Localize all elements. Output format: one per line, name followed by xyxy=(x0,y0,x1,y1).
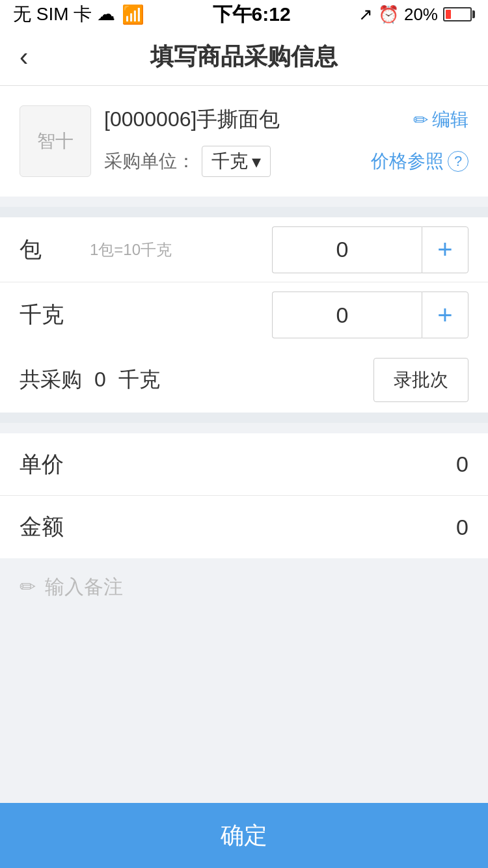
bag-input-row: 包 1包=10千克 + xyxy=(0,217,488,282)
section-divider-2 xyxy=(0,413,488,423)
unit-row: 采购单位： 千克 ▾ 价格参照 ? xyxy=(104,146,468,177)
unit-price-row: 单价 0 xyxy=(0,433,488,496)
battery-icon xyxy=(443,7,475,21)
amount-row: 金额 0 xyxy=(0,496,488,558)
unit-dropdown-icon: ▾ xyxy=(252,151,261,172)
status-left: 无 SIM 卡 ☁ 📶 xyxy=(13,2,144,27)
bag-input-wrap: + xyxy=(272,226,468,273)
section-divider-1 xyxy=(0,207,488,217)
edit-button[interactable]: ✏ 编辑 xyxy=(413,107,468,132)
confirm-button[interactable]: 确定 xyxy=(0,803,488,868)
pencil-icon: ✏ xyxy=(20,575,36,598)
kg-label: 千克 xyxy=(20,300,85,330)
unit-value: 千克 xyxy=(211,149,248,174)
edit-icon: ✏ xyxy=(413,109,428,131)
total-row: 共采购 0 千克 录批次 xyxy=(0,347,488,413)
unit-select[interactable]: 千克 ▾ xyxy=(202,146,271,177)
product-name-row: [0000006]手撕面包 ✏ 编辑 xyxy=(104,105,468,134)
battery-percent: 20% xyxy=(404,5,438,25)
price-section: 单价 0 金额 0 xyxy=(0,433,488,558)
unit-price-value: 0 xyxy=(456,452,468,477)
bag-plus-button[interactable]: + xyxy=(422,226,468,273)
bag-sublabel: 1包=10千克 xyxy=(90,239,272,260)
nav-bar: ‹ 填写商品采购信息 xyxy=(0,29,488,86)
location-icon: ↗ xyxy=(359,5,373,25)
wifi-icon: 📶 xyxy=(122,4,144,25)
edit-label: 编辑 xyxy=(432,107,468,132)
alarm-icon: ⏰ xyxy=(378,5,399,25)
amount-value: 0 xyxy=(456,515,468,540)
amount-label: 金额 xyxy=(20,512,64,542)
help-icon[interactable]: ? xyxy=(448,151,468,172)
remark-section[interactable]: ✏ 输入备注 xyxy=(0,558,488,662)
product-card: 智十 [0000006]手撕面包 ✏ 编辑 采购单位： 千克 ▾ 价格参照 ? xyxy=(0,86,488,197)
kg-input-row: 千克 + xyxy=(0,282,488,347)
total-unit: 千克 xyxy=(118,368,160,391)
product-thumbnail: 智十 xyxy=(20,105,91,177)
status-right: ↗ ⏰ 20% xyxy=(359,5,475,25)
total-summary: 共采购 0 千克 xyxy=(20,366,160,394)
product-logo: 智十 xyxy=(37,130,74,152)
total-label: 共采购 xyxy=(20,368,82,391)
record-batch-button[interactable]: 录批次 xyxy=(373,358,468,402)
kg-input-wrap: + xyxy=(272,292,468,338)
unit-label: 采购单位： xyxy=(104,149,195,174)
price-ref-button[interactable]: 价格参照 xyxy=(371,149,444,174)
remark-placeholder: 输入备注 xyxy=(45,574,123,601)
status-time: 下午6:12 xyxy=(213,1,291,28)
product-info: [0000006]手撕面包 ✏ 编辑 采购单位： 千克 ▾ 价格参照 ? xyxy=(104,105,468,177)
kg-quantity-input[interactable] xyxy=(272,292,422,338)
status-bar: 无 SIM 卡 ☁ 📶 下午6:12 ↗ ⏰ 20% xyxy=(0,0,488,29)
sim-label: 无 SIM 卡 ☁ xyxy=(13,2,115,27)
bag-label: 包 xyxy=(20,235,85,265)
quantity-section: 包 1包=10千克 + 千克 + xyxy=(0,217,488,347)
total-value: 0 xyxy=(94,368,106,391)
back-button[interactable]: ‹ xyxy=(20,42,28,72)
page-title: 填写商品采购信息 xyxy=(150,41,338,73)
product-name: [0000006]手撕面包 xyxy=(104,105,280,134)
kg-plus-button[interactable]: + xyxy=(422,292,468,338)
unit-price-label: 单价 xyxy=(20,450,64,480)
bag-quantity-input[interactable] xyxy=(272,226,422,273)
